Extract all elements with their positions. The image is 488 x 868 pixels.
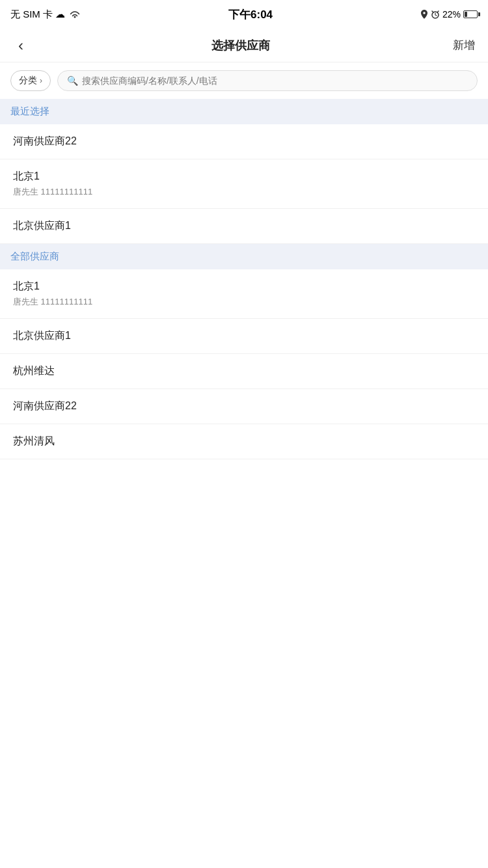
recent-section-label: 最近选择: [10, 105, 49, 116]
search-box[interactable]: 🔍: [57, 70, 478, 91]
all-section-label: 全部供应商: [10, 251, 59, 262]
status-time: 下午6:04: [228, 7, 273, 22]
nav-bar: ‹ 选择供应商 新增: [0, 29, 488, 62]
search-input[interactable]: [82, 75, 468, 86]
add-button[interactable]: 新增: [453, 38, 475, 53]
search-area: 分类 › 🔍: [0, 62, 488, 99]
item-name: 北京供应商1: [13, 219, 475, 233]
page-title: 选择供应商: [211, 38, 270, 53]
search-icon: 🔍: [67, 75, 78, 86]
recent-section-header: 最近选择: [0, 99, 488, 124]
sim-status: 无 SIM 卡 ☁: [10, 8, 65, 21]
back-button[interactable]: ‹: [13, 31, 29, 60]
list-item[interactable]: 北京供应商1: [0, 319, 488, 354]
item-name: 杭州维达: [13, 364, 475, 378]
status-right: 22%: [420, 9, 478, 20]
item-name: 河南供应商22: [13, 135, 475, 148]
list-item[interactable]: 苏州清风: [0, 424, 488, 459]
list-item[interactable]: 河南供应商22: [0, 389, 488, 424]
recent-list: 河南供应商22北京1唐先生 11111111111北京供应商1: [0, 124, 488, 244]
chevron-right-icon: ›: [40, 76, 42, 85]
battery-percent: 22%: [442, 9, 461, 20]
status-left: 无 SIM 卡 ☁: [10, 8, 81, 21]
item-sub: 唐先生 11111111111: [13, 296, 475, 308]
list-item[interactable]: 北京1唐先生 11111111111: [0, 159, 488, 209]
item-name: 北京供应商1: [13, 329, 475, 343]
status-bar: 无 SIM 卡 ☁ 下午6:04 22%: [0, 0, 488, 29]
all-list: 北京1唐先生 11111111111北京供应商1杭州维达河南供应商22苏州清风: [0, 269, 488, 459]
list-item[interactable]: 北京1唐先生 11111111111: [0, 269, 488, 319]
list-item[interactable]: 杭州维达: [0, 354, 488, 389]
item-name: 苏州清风: [13, 435, 475, 448]
battery-icon: [463, 10, 478, 18]
location-icon: [420, 10, 428, 19]
category-label: 分类: [19, 75, 37, 87]
wifi-icon: [69, 10, 81, 19]
item-name: 河南供应商22: [13, 400, 475, 413]
category-button[interactable]: 分类 ›: [10, 70, 51, 91]
item-name: 北京1: [13, 280, 475, 293]
all-section-header: 全部供应商: [0, 244, 488, 269]
item-name: 北京1: [13, 170, 475, 183]
alarm-icon: [431, 10, 440, 19]
list-item[interactable]: 北京供应商1: [0, 209, 488, 244]
list-item[interactable]: 河南供应商22: [0, 124, 488, 159]
item-sub: 唐先生 11111111111: [13, 186, 475, 198]
